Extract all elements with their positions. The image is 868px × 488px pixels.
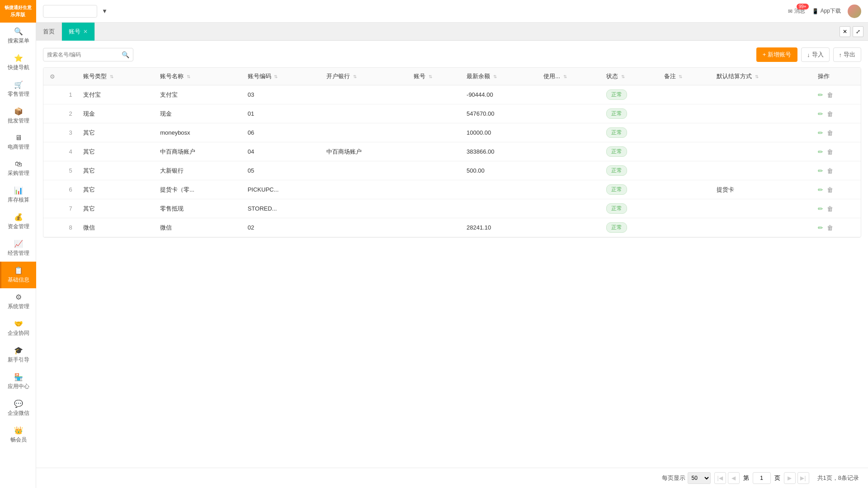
edit-icon[interactable]: ✏	[818, 167, 823, 174]
row-remark	[660, 180, 713, 199]
balance-col-header[interactable]: 最新余额 ⇅	[463, 68, 540, 85]
edit-icon[interactable]: ✏	[818, 110, 823, 117]
add-account-label: + 新增账号	[763, 51, 791, 59]
name-col-header[interactable]: 账号名称 ⇅	[156, 68, 244, 85]
sidebar-item-finance[interactable]: 💰资金管理	[0, 208, 36, 235]
delete-icon[interactable]: 🗑	[827, 167, 833, 174]
sidebar-item-business[interactable]: 📈经营管理	[0, 235, 36, 262]
sidebar-icon-wechat: 💬	[4, 399, 34, 408]
edit-icon[interactable]: ✏	[818, 186, 823, 193]
sidebar-item-basic[interactable]: 📋基础信息	[0, 262, 36, 288]
row-default: 提货卡	[713, 180, 814, 199]
page-size-section: 每页显示 50 100 200	[662, 472, 711, 484]
sidebar-icon-business: 📈	[4, 239, 34, 248]
delete-icon[interactable]: 🗑	[827, 91, 833, 99]
delete-icon[interactable]: 🗑	[827, 224, 833, 231]
sidebar-item-wholesale[interactable]: 📦批发管理	[0, 103, 36, 129]
sidebar-item-system[interactable]: ⚙系统管理	[0, 288, 36, 315]
row-settings	[43, 142, 61, 161]
sidebar-item-retail[interactable]: 🛒零售管理	[0, 76, 36, 103]
sidebar-item-enterprise[interactable]: 🤝企业协同	[0, 315, 36, 342]
page-number-input[interactable]	[753, 472, 771, 484]
row-bank	[323, 218, 410, 237]
sidebar-label-appstore: 应用中心	[8, 383, 29, 389]
delete-icon[interactable]: 🗑	[827, 205, 833, 212]
status-badge: 正常	[606, 165, 627, 176]
close-icon[interactable]: ✕	[83, 28, 88, 35]
edit-icon[interactable]: ✏	[818, 205, 823, 212]
prev-page-button[interactable]: ◀	[728, 472, 740, 484]
row-num: 4	[61, 142, 80, 161]
delete-icon[interactable]: 🗑	[827, 129, 833, 136]
sidebar-item-search[interactable]: 🔍搜索菜单	[0, 23, 36, 49]
sidebar-item-purchase[interactable]: 🛍采购管理	[0, 155, 36, 182]
tab-close-button[interactable]: ✕	[840, 26, 850, 37]
first-page-button[interactable]: |◀	[714, 472, 726, 484]
row-num: 2	[61, 104, 80, 123]
edit-icon[interactable]: ✏	[818, 224, 823, 231]
header-search-input[interactable]	[43, 5, 97, 18]
delete-icon[interactable]: 🗑	[827, 186, 833, 193]
row-actions: ✏ 🗑	[814, 161, 861, 180]
status-badge: 正常	[606, 184, 627, 195]
sidebar-item-inventory[interactable]: 📊库存核算	[0, 182, 36, 208]
add-account-button[interactable]: + 新增账号	[756, 47, 797, 62]
row-name: 现金	[156, 104, 244, 123]
row-code: PICKUPC...	[244, 180, 323, 199]
tab-account[interactable]: 账号 ✕	[62, 23, 95, 41]
per-page-select[interactable]: 50 100 200	[688, 472, 711, 484]
edit-icon[interactable]: ✏	[818, 148, 823, 155]
usage-col-header[interactable]: 使用... ⇅	[540, 68, 603, 85]
header-dropdown[interactable]: ▼	[102, 8, 108, 14]
status-col-header[interactable]: 状态 ⇅	[603, 68, 660, 85]
row-remark	[660, 104, 713, 123]
app-download-button[interactable]: 📱 App下载	[812, 7, 841, 15]
row-type: 其它	[80, 199, 156, 218]
sidebar-label-finance: 资金管理	[8, 223, 29, 230]
row-settings	[43, 85, 61, 104]
edit-icon[interactable]: ✏	[818, 91, 823, 99]
row-code: 03	[244, 85, 323, 104]
row-type: 微信	[80, 218, 156, 237]
sidebar-item-appstore[interactable]: 🏪应用中心	[0, 368, 36, 395]
export-button[interactable]: ↑ 导出	[833, 47, 862, 62]
status-badge: 正常	[606, 108, 627, 119]
last-page-button[interactable]: ▶|	[797, 472, 809, 484]
edit-icon[interactable]: ✏	[818, 129, 823, 136]
row-bank	[323, 104, 410, 123]
sidebar-item-guide[interactable]: 🎓新手引导	[0, 342, 36, 368]
sidebar-item-member[interactable]: 👑畅会员	[0, 422, 36, 448]
remark-col-header[interactable]: 备注 ⇅	[660, 68, 713, 85]
row-default	[713, 199, 814, 218]
tab-expand-button[interactable]: ⤢	[853, 26, 863, 37]
avatar[interactable]	[848, 5, 861, 18]
gear-icon[interactable]: ⚙	[50, 73, 55, 80]
account-col-header[interactable]: 账号 ⇅	[410, 68, 463, 85]
row-settings	[43, 123, 61, 142]
sidebar-item-shortcut[interactable]: ⭐快捷导航	[0, 49, 36, 76]
sidebar-label-wholesale: 批发管理	[8, 117, 29, 124]
delete-icon[interactable]: 🗑	[827, 110, 833, 117]
row-account	[410, 85, 463, 104]
type-col-header[interactable]: 账号类型 ⇅	[80, 68, 156, 85]
bank-col-header[interactable]: 开户银行 ⇅	[323, 68, 410, 85]
sidebar-item-ecommerce[interactable]: 🖥电商管理	[0, 129, 36, 155]
delete-icon[interactable]: 🗑	[827, 148, 833, 155]
row-actions: ✏ 🗑	[814, 218, 861, 237]
code-col-header[interactable]: 账号编码 ⇅	[244, 68, 323, 85]
row-name: 零售抵现	[156, 199, 244, 218]
row-balance: 28241.10	[463, 218, 540, 237]
import-button[interactable]: ↓ 导入	[801, 47, 830, 62]
next-page-button[interactable]: ▶	[784, 472, 796, 484]
tab-home[interactable]: 首页	[36, 23, 62, 41]
row-code: 05	[244, 161, 323, 180]
message-button[interactable]: ✉ 消息 99+	[788, 7, 805, 15]
default-col-header[interactable]: 默认结算方式 ⇅	[713, 68, 814, 85]
row-usage	[540, 199, 603, 218]
sidebar-item-wechat[interactable]: 💬企业微信	[0, 395, 36, 422]
row-code: 02	[244, 218, 323, 237]
table-row: 2 现金 现金 01 547670.00 正常 ✏ 🗑	[43, 104, 861, 123]
search-input[interactable]	[47, 52, 119, 58]
row-account	[410, 218, 463, 237]
sidebar-icon-wholesale: 📦	[4, 107, 34, 116]
